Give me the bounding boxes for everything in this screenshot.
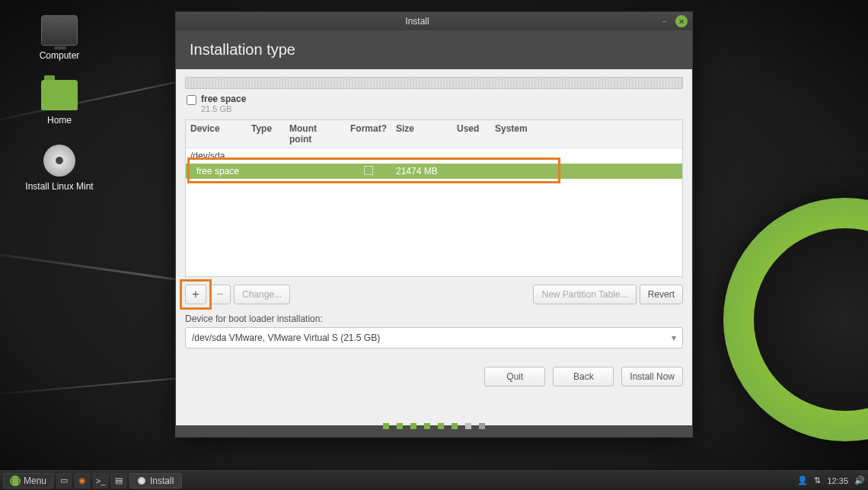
col-system[interactable]: System (490, 120, 682, 148)
cell-device: free space (186, 163, 247, 180)
menu-label: Menu (24, 476, 46, 486)
wallpaper-mint-logo (723, 198, 868, 441)
desktop-icon-label: Home (21, 115, 97, 126)
mint-logo-icon: ⋮⋮ (10, 476, 21, 486)
desktop-icon-install[interactable]: Install Linux Mint (21, 145, 97, 192)
col-type[interactable]: Type (247, 120, 285, 148)
titlebar[interactable]: Install − ✕ (176, 12, 692, 30)
computer-icon (41, 15, 78, 46)
table-row-selected[interactable]: free space 21474 MB (186, 164, 682, 179)
firefox-launcher[interactable]: ◉ (75, 473, 90, 488)
volume-icon[interactable]: 🔊 (854, 476, 865, 485)
table-row[interactable]: /dev/sda (186, 148, 682, 164)
revert-button[interactable]: Revert (640, 285, 683, 304)
folder-icon (41, 80, 78, 110)
menu-button[interactable]: ⋮⋮ Menu (3, 473, 53, 488)
chevron-down-icon: ▾ (672, 332, 676, 343)
change-partition-button[interactable]: Change... (234, 285, 290, 304)
desktop-icon-home[interactable]: Home (21, 80, 97, 126)
disk-usage-bar (185, 77, 683, 89)
close-button[interactable]: ✕ (675, 15, 688, 27)
col-used[interactable]: Used (452, 120, 490, 148)
quit-button[interactable]: Quit (484, 367, 545, 387)
progress-indicator (176, 423, 692, 429)
bootloader-select[interactable]: /dev/sda VMware, VMware Virtual S (21.5 … (185, 327, 683, 348)
minimize-button[interactable]: − (659, 15, 671, 27)
page-title: Installation type (176, 30, 692, 69)
back-button[interactable]: Back (553, 367, 614, 387)
partition-table: Device Type Mount point Format? Size Use… (185, 119, 683, 277)
add-partition-button[interactable]: + (185, 285, 206, 304)
cell-device: /dev/sda (186, 148, 247, 164)
bootloader-label: Device for boot loader installation: (185, 313, 683, 324)
install-window: Install − ✕ Installation type free space… (175, 11, 693, 438)
remove-partition-button[interactable]: − (209, 285, 231, 304)
network-icon[interactable]: ⇅ (814, 476, 821, 485)
desktop-icon-label: Computer (21, 50, 97, 61)
disk-free-title: free space (201, 94, 246, 104)
cell-size: 21474 MB (391, 163, 452, 180)
window-title: Install (180, 16, 654, 27)
taskbar-app-label: Install (150, 476, 174, 486)
bootloader-value: /dev/sda VMware, VMware Virtual S (21.5 … (192, 332, 380, 343)
desktop-icon-label: Install Linux Mint (21, 181, 97, 192)
taskbar-app-install[interactable]: Install (129, 473, 182, 488)
user-icon[interactable]: 👤 (797, 476, 808, 485)
col-format[interactable]: Format? (346, 120, 391, 148)
terminal-launcher[interactable]: >_ (93, 473, 108, 488)
col-size[interactable]: Size (391, 120, 452, 148)
partition-header: Device Type Mount point Format? Size Use… (186, 120, 682, 148)
col-device[interactable]: Device (186, 120, 247, 148)
files-launcher[interactable]: ▤ (111, 473, 126, 488)
disk-free-size: 21.5 GB (201, 104, 246, 113)
disk-free-checkbox[interactable] (187, 95, 196, 105)
desktop-icon-computer[interactable]: Computer (21, 15, 97, 61)
disc-icon (43, 145, 75, 177)
show-desktop-button[interactable]: ▭ (56, 473, 72, 488)
taskbar: ⋮⋮ Menu ▭ ◉ >_ ▤ Install 👤 ⇅ 12:35 🔊 (0, 470, 868, 490)
install-now-button[interactable]: Install Now (621, 367, 683, 387)
new-partition-table-button[interactable]: New Partition Table... (533, 285, 636, 304)
close-icon: ✕ (678, 18, 685, 26)
clock[interactable]: 12:35 (827, 476, 848, 485)
app-icon (138, 477, 145, 485)
col-mount[interactable]: Mount point (285, 120, 346, 148)
format-checkbox-icon (364, 166, 373, 175)
